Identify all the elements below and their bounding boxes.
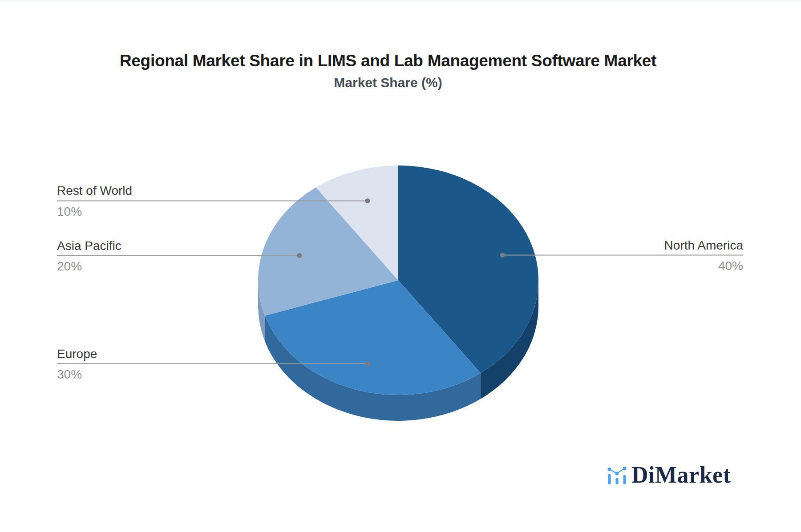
slice-label-rest-of-world: Rest of World (57, 184, 132, 198)
pie-slices (258, 165, 538, 395)
leader-dot-europe (366, 361, 371, 366)
brand-logo: DiMarket (607, 463, 731, 488)
slice-label-asia-pacific: Asia Pacific (57, 239, 121, 253)
slice-label-north-america: North America (565, 238, 743, 253)
brand-logo-text: DiMarket (631, 463, 731, 487)
leader-dot-rest-of-world (365, 198, 370, 203)
bar-line-chart-icon (607, 464, 628, 486)
chart-canvas: Regional Market Share in LIMS and Lab Ma… (0, 0, 801, 532)
leader-dot-asia-pacific (297, 253, 302, 258)
leader-dot-north-america (500, 253, 505, 258)
slice-pct-rest-of-world: 10% (57, 205, 82, 219)
slice-label-europe: Europe (57, 347, 97, 361)
slice-pct-north-america: 40% (565, 259, 743, 273)
slice-pct-europe: 30% (57, 367, 82, 382)
slice-pct-asia-pacific: 20% (57, 259, 82, 274)
